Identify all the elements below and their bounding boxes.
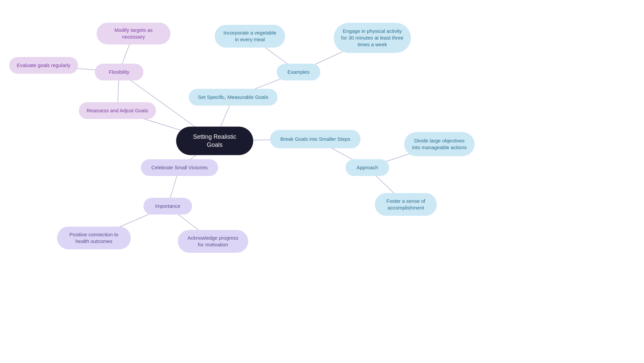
node-evaluate_goals: Evaluate goals regularly xyxy=(9,57,78,74)
node-center: Setting Realistic Goals xyxy=(176,127,253,155)
node-engage_physical: Engage in physical activity for 30 minut… xyxy=(334,23,411,53)
node-flexibility: Flexibility xyxy=(95,64,144,80)
node-examples: Examples xyxy=(277,64,320,80)
node-positive_connection: Positive connection to health outcomes xyxy=(57,227,131,249)
node-acknowledge_progress: Acknowledge progress for motivation xyxy=(178,230,248,253)
mindmap-container: Setting Realistic GoalsFlexibilityModify… xyxy=(0,0,644,363)
node-modify_targets: Modify targets as necessary xyxy=(97,23,170,45)
connection-lines xyxy=(0,0,644,363)
node-break_goals: Break Goals into Smaller Steps xyxy=(270,130,361,148)
node-importance: Importance xyxy=(144,198,192,215)
node-reassess_adjust: Reassess and Adjust Goals xyxy=(79,102,156,119)
node-approach: Approach xyxy=(345,159,389,176)
node-set_specific: Set Specific, Measurable Goals xyxy=(189,89,278,106)
node-celebrate_small: Celebrate Small Victories xyxy=(141,159,218,176)
node-divide_large: Divide large objectives into manageable … xyxy=(404,132,475,156)
node-foster_sense: Foster a sense of accomplishment xyxy=(375,193,437,216)
node-incorporate_veg: Incorporate a vegetable in every meal xyxy=(215,25,285,48)
